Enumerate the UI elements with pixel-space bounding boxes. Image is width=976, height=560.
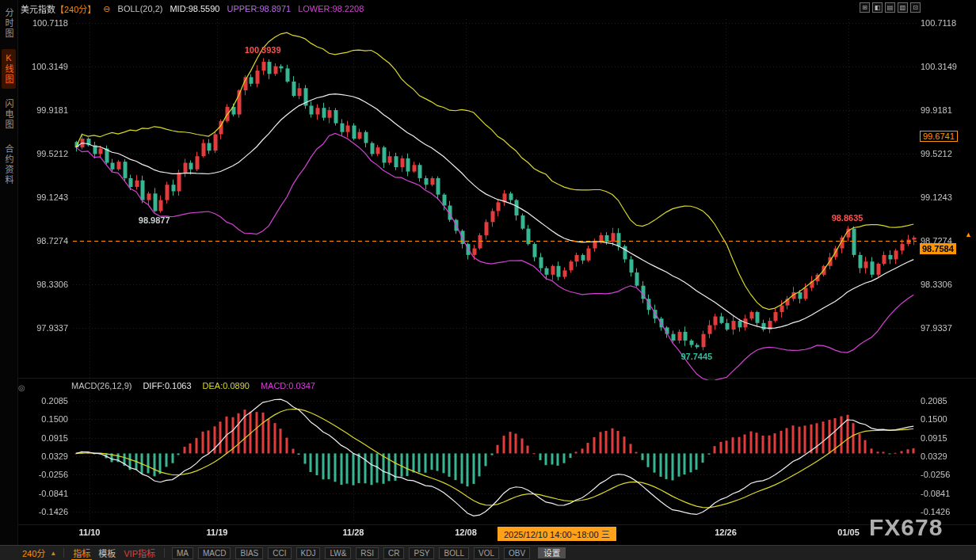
- settlement-price-badge: 99.6741: [920, 131, 958, 142]
- indicator-buttons: MAMACDBIASCCIKDJLW&RSICRPSYBOLLVOLOBV: [172, 547, 530, 559]
- macd-header: MACD(26,12,9) DIFF:0.1063 DEA:0.0890 MAC…: [71, 381, 315, 390]
- indicator-button-psy[interactable]: PSY: [409, 547, 434, 559]
- macd-axis-label-left: 0.1500: [19, 414, 68, 424]
- x-axis-date-label: 11/19: [207, 528, 228, 537]
- layout-rows-icon[interactable]: ▤: [885, 2, 895, 13]
- price-axis-label-right: 97.9337: [921, 323, 952, 333]
- boll-upper-value: UPPER:98.8971: [227, 4, 291, 13]
- price-axis-label-right: 99.9181: [921, 105, 952, 115]
- indicator-button-cr[interactable]: CR: [383, 547, 404, 559]
- macd-axis-label-right: 0.1500: [921, 414, 947, 424]
- toolbar-tab-vip-indicators[interactable]: VIP指标: [122, 547, 157, 559]
- x-axis-date-label: 12/08: [455, 528, 477, 537]
- macd-axis-label-left: 0.2085: [19, 396, 68, 406]
- indicator-button-vol[interactable]: VOL: [474, 547, 499, 559]
- price-up-arrow-icon: ▲: [965, 230, 972, 238]
- chart-header: 美元指数【240分】 ⊖ BOLL(20,2) MID:98.5590 UPPE…: [21, 2, 364, 15]
- selected-candle-time-badge: 2025/12/10 14:00~18:00 三: [498, 527, 616, 541]
- price-axis-label-left: 99.5212: [19, 149, 68, 158]
- sidebar-tab-flash-chart[interactable]: 闪电图: [2, 95, 16, 134]
- price-axis-label-left: 99.9181: [19, 105, 68, 115]
- indicator-button-boll[interactable]: BOLL: [439, 547, 469, 559]
- price-axis-label-right: 100.3149: [921, 62, 957, 71]
- macd-axis-label-right: 0.0915: [921, 433, 947, 443]
- sidebar: 分时图K线图闪电图合约资料: [0, 0, 18, 549]
- fx678-watermark: FX678: [869, 514, 943, 541]
- layout-left-icon[interactable]: ◧: [872, 2, 883, 13]
- price-axis-label-right: 99.5212: [921, 149, 952, 158]
- macd-axis-label-left: 0.0329: [19, 451, 68, 461]
- indicator-button-bias[interactable]: BIAS: [235, 547, 263, 559]
- price-axis-label-left: 100.7118: [19, 18, 68, 28]
- trading-app-window: 分时图K线图闪电图合约资料 美元指数【240分】 ⊖ BOLL(20,2) MI…: [0, 0, 976, 560]
- macd-axis-label-left: 0.0915: [19, 433, 68, 443]
- price-axis-label-right: 99.1243: [921, 192, 952, 202]
- sidebar-tab-time-chart[interactable]: 分时图: [2, 4, 16, 43]
- layout-columns-icon[interactable]: ▥: [898, 2, 908, 13]
- macd-axis-label-right: -0.0841: [921, 489, 950, 498]
- indicator-button-rsi[interactable]: RSI: [356, 547, 379, 559]
- macd-diff-value: DIFF:0.1063: [143, 381, 191, 390]
- macd-axis-label-right: -0.0256: [921, 470, 950, 479]
- macd-axis-label-left: -0.0841: [19, 489, 68, 498]
- indicator-button-macd[interactable]: MACD: [198, 547, 231, 559]
- indicator-collapse-icon[interactable]: ◎: [18, 383, 25, 392]
- indicator-button-ma[interactable]: MA: [172, 547, 193, 559]
- macd-dea-value: DEA:0.0890: [203, 381, 250, 390]
- toolbar-divider: [63, 548, 64, 558]
- price-axis-label-left: 98.3306: [19, 280, 68, 289]
- macd-axis-label-left: -0.1426: [19, 507, 68, 516]
- price-axis-label-left: 98.7274: [19, 236, 68, 246]
- macd-axis-label-left: -0.0256: [19, 470, 68, 479]
- toolbar-tabs: 指标模板VIP指标: [71, 547, 157, 560]
- x-axis-date-label: 12/26: [715, 528, 737, 537]
- boll-lower-value: LOWER:98.2208: [298, 4, 364, 13]
- indicator-button-lw[interactable]: LW&: [325, 547, 351, 559]
- layout-grid-icon[interactable]: ⊞: [860, 2, 870, 13]
- toolbar-tab-indicators[interactable]: 指标: [71, 547, 92, 560]
- last-price-badge: 98.7584: [920, 243, 956, 254]
- collapse-indicator-icon[interactable]: ⊖: [103, 4, 110, 14]
- settings-button[interactable]: 设置: [538, 547, 566, 558]
- x-axis-date-label: 01/05: [837, 528, 860, 537]
- macd-indicator-title: MACD(26,12,9): [71, 381, 132, 390]
- indicator-button-cci[interactable]: CCI: [268, 547, 291, 559]
- price-annotation: 100.3939: [245, 45, 281, 55]
- price-annotation: 97.7445: [681, 352, 712, 361]
- period-caret-icon[interactable]: ▲: [50, 550, 56, 557]
- indicator-button-kdj[interactable]: KDJ: [296, 547, 321, 559]
- symbol-name: 美元指数: [21, 5, 55, 14]
- macd-axis-label-right: 0.0329: [921, 451, 947, 461]
- layout-single-icon[interactable]: ⊡: [910, 2, 921, 13]
- x-axis-date-label: 11/28: [343, 528, 364, 537]
- indicator-button-obv[interactable]: OBV: [504, 547, 530, 559]
- price-axis-label-right: 98.3306: [921, 280, 952, 289]
- window-layout-controls: ⊞◧▤▥⊡: [860, 2, 921, 13]
- price-axis-label-right: 100.7118: [921, 18, 956, 28]
- boll-mid-value: MID:98.5590: [170, 4, 219, 13]
- sidebar-tab-kline-chart[interactable]: K线图: [2, 49, 16, 89]
- period-label: 【240分】: [55, 5, 96, 14]
- x-axis-date-label: 11/10: [79, 528, 101, 537]
- macd-hist-value: MACD:0.0347: [261, 381, 315, 390]
- price-annotation: 98.8635: [832, 213, 864, 223]
- macd-axis-label-right: 0.2085: [921, 396, 947, 406]
- toolbar-tab-templates[interactable]: 模板: [97, 547, 117, 559]
- price-axis-label-left: 97.9337: [19, 323, 68, 333]
- period-selector[interactable]: 240分: [22, 547, 45, 559]
- symbol-title: 美元指数【240分】: [21, 2, 96, 15]
- price-axis-label-left: 100.3149: [19, 62, 68, 71]
- price-axis-label-left: 99.1243: [19, 192, 68, 202]
- price-annotation: 98.9877: [139, 215, 170, 225]
- boll-indicator-title: BOLL(20,2): [118, 4, 163, 13]
- sidebar-tab-contract-info[interactable]: 合约资料: [2, 140, 16, 189]
- price-chart-canvas[interactable]: [0, 0, 976, 560]
- bottom-toolbar: 240分 ▲ 指标模板VIP指标 MAMACDBIASCCIKDJLW&RSIC…: [0, 545, 976, 560]
- toolbar-divider: [164, 548, 165, 558]
